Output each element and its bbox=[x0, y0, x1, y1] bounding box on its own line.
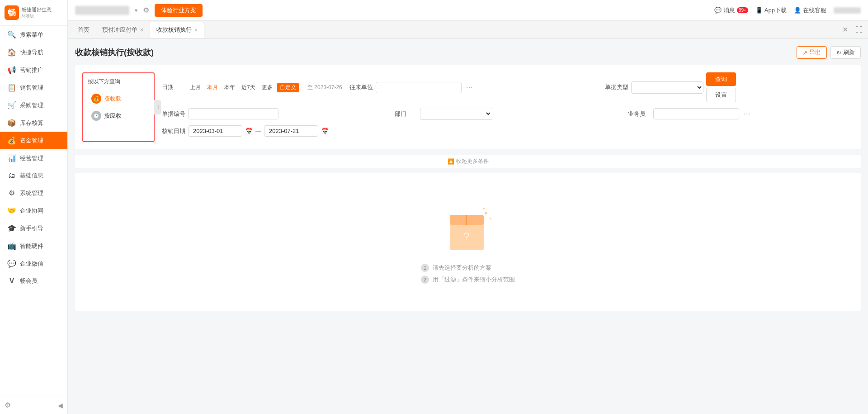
topbar-right: 💬 消息 99+ 📱 App下载 👤 在线客服 bbox=[714, 6, 861, 14]
doc-no-label: 单据编号 bbox=[162, 110, 185, 118]
topbar: ▾ ⚙ 体验行业方案 💬 消息 99+ 📱 App下载 👤 在线客服 bbox=[68, 0, 868, 21]
tab-receipt[interactable]: 收款核销执行 × bbox=[150, 22, 204, 38]
sidebar-item-inventory[interactable]: 📦 库存核算 bbox=[0, 114, 67, 132]
filter-left-panel: 按以下方查询 💰 按收款 🕐 按应收 《 bbox=[82, 72, 155, 142]
sidebar-item-finance[interactable]: 💰 资金管理 bbox=[0, 132, 67, 149]
hint-num-1: 1 bbox=[421, 264, 429, 272]
sidebar-item-label: 采购管理 bbox=[20, 101, 43, 109]
date-shortcut-this-month[interactable]: 本月 bbox=[205, 83, 220, 92]
filter-date-field: 日期 上月 本月 本年 近7天 更多 自定义 至 2023-07-26 bbox=[162, 83, 342, 92]
message-btn[interactable]: 💬 消息 99+ bbox=[714, 6, 748, 14]
sidebar-item-member[interactable]: V 畅会员 bbox=[0, 272, 67, 290]
filter-collapse-button[interactable]: 《 bbox=[154, 100, 161, 114]
date-range-separator: — bbox=[255, 128, 261, 134]
sidebar-item-label: 系统管理 bbox=[20, 189, 43, 197]
sidebar-item-purchase[interactable]: 🛒 采购管理 bbox=[0, 96, 67, 114]
doc-no-input[interactable] bbox=[188, 108, 278, 119]
window-close-icon[interactable]: ✕ bbox=[840, 24, 850, 36]
sidebar-item-marketing[interactable]: 📢 营销推广 bbox=[0, 61, 67, 79]
date-shortcut-7days[interactable]: 近7天 bbox=[240, 83, 257, 92]
tab-prepay[interactable]: 预付冲应付单 × bbox=[96, 22, 150, 38]
online-service-label: 在线客服 bbox=[803, 6, 826, 14]
date-shortcut-group: 上月 本月 本年 近7天 更多 自定义 bbox=[188, 83, 299, 92]
filter-row-1: 日期 上月 本月 本年 近7天 更多 自定义 至 2023-07-26 bbox=[162, 72, 854, 102]
dept-select[interactable] bbox=[420, 108, 492, 120]
sidebar-item-label: 企业协同 bbox=[20, 207, 43, 215]
verification-date-field: 核销日期 📅 — 📅 bbox=[162, 125, 329, 137]
finance-icon: 💰 bbox=[7, 136, 16, 145]
query-button[interactable]: 查询 bbox=[706, 72, 736, 86]
service-icon: 👤 bbox=[794, 7, 801, 14]
tab-close-icon[interactable]: × bbox=[194, 27, 198, 33]
empty-illustration: ? bbox=[441, 200, 495, 255]
dept-label: 部门 bbox=[395, 110, 417, 118]
export-button[interactable]: ↗ 导出 bbox=[797, 46, 827, 59]
staff-input[interactable] bbox=[653, 108, 739, 119]
message-badge: 99+ bbox=[737, 7, 748, 13]
date-shortcut-custom[interactable]: 自定义 bbox=[277, 83, 299, 92]
export-label: 导出 bbox=[809, 48, 821, 57]
filter-row-2: 单据编号 部门 业务员 ··· bbox=[162, 108, 854, 120]
doc-type-select[interactable] bbox=[631, 81, 703, 94]
marketing-icon: 📢 bbox=[7, 66, 16, 74]
filter-left-title: 按以下方查询 bbox=[88, 78, 149, 86]
empty-state: ? 1 请先选择要分析的方案 2 用「过滤」条件来缩小分析范围 bbox=[75, 173, 861, 311]
staff-more-icon[interactable]: ··· bbox=[742, 109, 752, 119]
sidebar-item-label: 企业微信 bbox=[20, 260, 43, 268]
chevron-down-icon[interactable]: ▾ bbox=[135, 7, 137, 14]
sidebar-item-sales[interactable]: 📋 销售管理 bbox=[0, 79, 67, 96]
collapse-icon[interactable]: ◀ bbox=[58, 402, 63, 409]
page-header-actions: ↗ 导出 ↻ 刷新 bbox=[797, 46, 861, 59]
wechat-icon: 💬 bbox=[7, 259, 16, 268]
filter-right-panel: 日期 上月 本月 本年 近7天 更多 自定义 至 2023-07-26 bbox=[162, 72, 854, 142]
user-avatar bbox=[834, 7, 861, 14]
date-shortcut-more[interactable]: 更多 bbox=[260, 83, 274, 92]
tab-home-label: 首页 bbox=[78, 26, 90, 34]
verification-start-input[interactable] bbox=[188, 125, 242, 137]
window-max-icon[interactable]: ⛶ bbox=[854, 24, 864, 36]
sidebar-bottom: ⚙ ◀ bbox=[0, 396, 67, 414]
sidebar-item-business[interactable]: 📊 经营管理 bbox=[0, 149, 67, 167]
basic-icon: 🗂 bbox=[7, 171, 16, 180]
date-shortcut-last-month[interactable]: 上月 bbox=[188, 83, 203, 92]
sidebar-item-hardware[interactable]: 📺 智能硬件 bbox=[0, 237, 67, 255]
calendar-end-icon[interactable]: 📅 bbox=[321, 128, 329, 135]
sidebar-item-label: 新手引导 bbox=[20, 224, 43, 233]
filter-option-by-receivable[interactable]: 🕐 按应收 bbox=[88, 108, 149, 124]
purchase-icon: 🛒 bbox=[7, 101, 16, 109]
date-shortcut-this-year[interactable]: 本年 bbox=[222, 83, 237, 92]
collapse-more-label: 收起更多条件 bbox=[456, 157, 489, 165]
tab-receipt-label: 收款核销执行 bbox=[156, 26, 192, 34]
tabs-bar: 首页 预付冲应付单 × 收款核销执行 × ✕ ⛶ bbox=[68, 21, 868, 39]
sidebar-item-label: 智能硬件 bbox=[20, 242, 43, 250]
page-content: 收款核销执行(按收款) ↗ 导出 ↻ 刷新 按以下方查询 💰 按收款 bbox=[68, 39, 868, 414]
sidebar-menu: 🔍 搜索菜单 🏠 快捷导航 📢 营销推广 📋 销售管理 🛒 采购管理 📦 库存核… bbox=[0, 26, 67, 396]
sidebar-item-wechat[interactable]: 💬 企业微信 bbox=[0, 255, 67, 272]
doc-type-field: 单据类型 查询 设置 bbox=[605, 72, 854, 102]
sidebar-item-shortcut[interactable]: 🏠 快捷导航 bbox=[0, 43, 67, 61]
verification-end-input[interactable] bbox=[264, 125, 318, 137]
home-icon: 🏠 bbox=[7, 48, 16, 57]
sidebar-item-enterprise[interactable]: 🤝 企业协同 bbox=[0, 202, 67, 219]
settings-icon[interactable]: ⚙ bbox=[5, 401, 11, 409]
sidebar-item-search[interactable]: 🔍 搜索菜单 bbox=[0, 26, 67, 43]
sidebar-item-basic[interactable]: 🗂 基础信息 bbox=[0, 167, 67, 184]
refresh-button[interactable]: ↻ 刷新 bbox=[830, 46, 861, 59]
tab-close-icon[interactable]: × bbox=[140, 27, 143, 33]
setting-button[interactable]: 设置 bbox=[706, 88, 736, 102]
sidebar-item-system[interactable]: ⚙ 系统管理 bbox=[0, 184, 67, 202]
counterparty-more-icon[interactable]: ··· bbox=[464, 83, 475, 92]
calendar-start-icon[interactable]: 📅 bbox=[245, 128, 253, 135]
receivable-icon: 🕐 bbox=[91, 111, 101, 121]
online-service-btn[interactable]: 👤 在线客服 bbox=[794, 6, 826, 14]
filter-option-by-receipt[interactable]: 💰 按收款 bbox=[88, 91, 149, 106]
tab-home[interactable]: 首页 bbox=[71, 22, 96, 38]
counterparty-input[interactable] bbox=[376, 82, 462, 93]
counterparty-field: 往来单位 ··· bbox=[349, 82, 598, 93]
sidebar-item-guide[interactable]: 🎓 新手引导 bbox=[0, 219, 67, 237]
collapse-more-btn[interactable]: 🔼 收起更多条件 bbox=[75, 155, 861, 168]
app-download-btn[interactable]: 📱 App下载 bbox=[755, 6, 787, 14]
staff-label: 业务员 bbox=[628, 110, 651, 118]
gear-icon[interactable]: ⚙ bbox=[143, 6, 149, 14]
industry-btn[interactable]: 体验行业方案 bbox=[155, 4, 203, 17]
